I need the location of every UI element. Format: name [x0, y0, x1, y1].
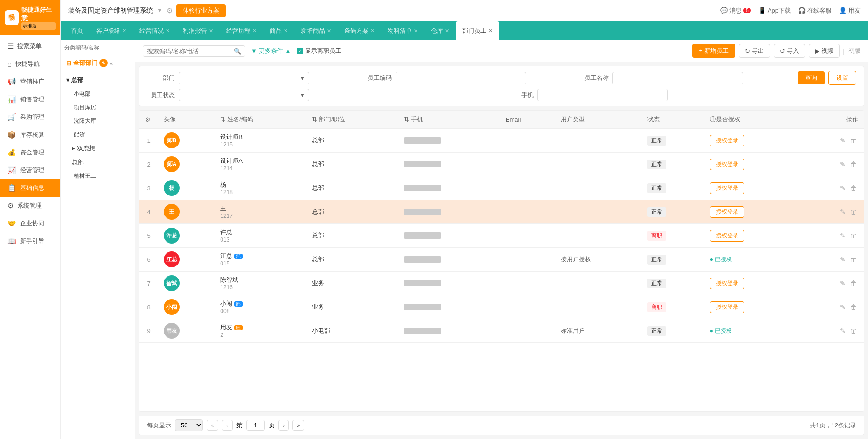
- tab-customers[interactable]: 客户联络 ✕: [90, 21, 133, 40]
- tab-close-barcode[interactable]: ✕: [370, 28, 375, 34]
- tab-goods[interactable]: 商品 ✕: [263, 21, 294, 40]
- sidebar-item-purchase[interactable]: 🛒 采购管理: [0, 108, 60, 126]
- edit-button[interactable]: ✎: [840, 184, 846, 192]
- settings-icon[interactable]: ⚙: [167, 7, 173, 15]
- auth-button[interactable]: 授权登录: [710, 135, 744, 146]
- tab-warehouse[interactable]: 仓库 ✕: [424, 21, 456, 40]
- dept-edit-icon[interactable]: ✎: [99, 59, 108, 67]
- first-page-button[interactable]: «: [207, 420, 218, 431]
- delete-button[interactable]: 🗑: [850, 232, 857, 239]
- sidebar-item-inventory[interactable]: 📦 库存核算: [0, 126, 60, 144]
- prev-page-button[interactable]: ‹: [222, 420, 232, 431]
- export-button[interactable]: ↻ 导出: [739, 44, 770, 58]
- dept-item-shenyang[interactable]: 沈阳大库: [61, 114, 135, 128]
- sidebar-item-search[interactable]: ☰ 搜索菜单: [0, 37, 60, 55]
- search-icon[interactable]: 🔍: [234, 48, 241, 55]
- dept-item-zonbu-group[interactable]: ▾ 总部: [61, 73, 135, 87]
- delete-button[interactable]: 🗑: [850, 208, 857, 216]
- tab-close-customers[interactable]: ✕: [122, 28, 126, 34]
- sidebar-item-system[interactable]: ⚙ 系统管理: [0, 197, 60, 215]
- tab-add-goods[interactable]: 新增商品 ✕: [294, 21, 338, 40]
- view-button[interactable]: ▶ 视频: [809, 44, 840, 58]
- trial-button[interactable]: 体验行业方案: [176, 4, 226, 17]
- sidebar-item-collab[interactable]: 🤝 企业协同: [0, 215, 60, 232]
- delete-button[interactable]: 🗑: [850, 137, 857, 144]
- tab-process[interactable]: 经营历程 ✕: [220, 21, 263, 40]
- tab-close-add-goods[interactable]: ✕: [327, 28, 331, 34]
- phone-input[interactable]: [537, 89, 668, 101]
- tab-close-materials[interactable]: ✕: [414, 28, 418, 34]
- auth-button[interactable]: 授权登录: [710, 301, 744, 313]
- tab-employees[interactable]: 部门员工 ✕: [456, 21, 499, 40]
- next-page-button[interactable]: ›: [278, 420, 289, 431]
- tab-close-operations[interactable]: ✕: [166, 28, 170, 34]
- edit-button[interactable]: ✎: [840, 327, 846, 334]
- tab-close-process[interactable]: ✕: [252, 28, 257, 34]
- col-settings[interactable]: ⚙: [139, 111, 158, 129]
- query-button[interactable]: 查询: [798, 71, 825, 84]
- auth-button[interactable]: 授权登录: [710, 159, 744, 170]
- delete-button[interactable]: 🗑: [850, 256, 857, 263]
- dept-item-peihuo[interactable]: 配货: [61, 128, 135, 141]
- tab-close-warehouse[interactable]: ✕: [445, 28, 449, 34]
- col-phone[interactable]: ⇅ 手机: [398, 111, 500, 129]
- edit-button[interactable]: ✎: [840, 208, 846, 216]
- tab-close-goods[interactable]: ✕: [284, 28, 288, 34]
- auth-button[interactable]: 授权登录: [710, 206, 744, 218]
- message-button[interactable]: 💬 消息 5: [720, 7, 751, 15]
- tab-close-profit[interactable]: ✕: [209, 28, 213, 34]
- dept-item-shuanglu[interactable]: ▸ 双鹿想: [61, 141, 135, 155]
- auth-button[interactable]: 授权登录: [710, 278, 744, 289]
- sidebar-item-guide[interactable]: 📖 新手引导: [0, 232, 60, 250]
- dept-item-zonbu[interactable]: 总部: [61, 155, 135, 169]
- tab-home[interactable]: 首页: [64, 21, 90, 40]
- add-employee-button[interactable]: + 新增员工: [692, 44, 735, 58]
- tab-close-employees[interactable]: ✕: [488, 28, 493, 34]
- dept-filter-select[interactable]: ▾: [179, 72, 309, 84]
- user-menu[interactable]: 👤 用友: [839, 7, 861, 15]
- dept-search-input[interactable]: [64, 44, 134, 51]
- col-name-code[interactable]: ⇅ 姓名/编码: [215, 111, 306, 129]
- online-service-button[interactable]: 🎧 在线客服: [798, 7, 832, 15]
- emp-status-select[interactable]: ▾: [179, 89, 309, 101]
- dropdown-icon[interactable]: ▼: [157, 7, 163, 14]
- dept-collapse-icon[interactable]: «: [110, 60, 113, 67]
- page-size-select[interactable]: 50 100 200: [175, 419, 203, 431]
- sidebar-item-ops[interactable]: 📈 经营管理: [0, 161, 60, 179]
- edit-button[interactable]: ✎: [840, 303, 846, 311]
- tab-barcode[interactable]: 条码方案 ✕: [338, 21, 381, 40]
- more-options-icon[interactable]: |: [843, 48, 845, 55]
- dept-item-xiangmukufang[interactable]: 项目库房: [61, 101, 135, 114]
- edit-button[interactable]: ✎: [840, 256, 846, 263]
- dept-item-xiaodianbao[interactable]: 小电部: [61, 87, 135, 101]
- delete-button[interactable]: 🗑: [850, 327, 857, 334]
- sidebar-item-marketing[interactable]: 📢 营销推广: [0, 73, 60, 91]
- app-download-button[interactable]: 📱 App下载: [758, 7, 791, 15]
- delete-button[interactable]: 🗑: [850, 303, 857, 311]
- search-input[interactable]: [147, 48, 231, 55]
- set-button[interactable]: 设置: [828, 71, 856, 85]
- delete-button[interactable]: 🗑: [850, 279, 857, 287]
- dept-item-zhishu[interactable]: 植树王二: [61, 169, 135, 183]
- emp-name-input[interactable]: [612, 72, 743, 84]
- edit-button[interactable]: ✎: [840, 279, 846, 287]
- page-number-input[interactable]: 1: [246, 420, 265, 431]
- emp-code-input[interactable]: [396, 72, 526, 84]
- delete-button[interactable]: 🗑: [850, 160, 857, 168]
- sidebar-item-quick[interactable]: ⌂ 快捷导航: [0, 55, 60, 73]
- sidebar-item-basic[interactable]: 📋 基础信息: [0, 179, 60, 197]
- delete-button[interactable]: 🗑: [850, 184, 857, 192]
- more-filter-button[interactable]: ▼ 更多条件 ▲: [251, 47, 291, 55]
- col-dept[interactable]: ⇅ 部门/职位: [306, 111, 398, 129]
- dept-all-header[interactable]: ⊞ 全部部门 ✎ «: [61, 55, 135, 71]
- last-page-button[interactable]: »: [292, 420, 304, 431]
- auth-button[interactable]: 授权登录: [710, 182, 744, 194]
- edit-button[interactable]: ✎: [840, 232, 846, 239]
- tab-materials[interactable]: 物料清单 ✕: [381, 21, 424, 40]
- sidebar-item-sales[interactable]: 📊 销售管理: [0, 91, 60, 108]
- edit-button[interactable]: ✎: [840, 137, 846, 144]
- auth-button[interactable]: 授权登录: [710, 230, 744, 242]
- tab-operations[interactable]: 经营情况 ✕: [133, 21, 176, 40]
- tab-profit[interactable]: 利润报告 ✕: [176, 21, 220, 40]
- print-label[interactable]: 初版: [848, 47, 861, 55]
